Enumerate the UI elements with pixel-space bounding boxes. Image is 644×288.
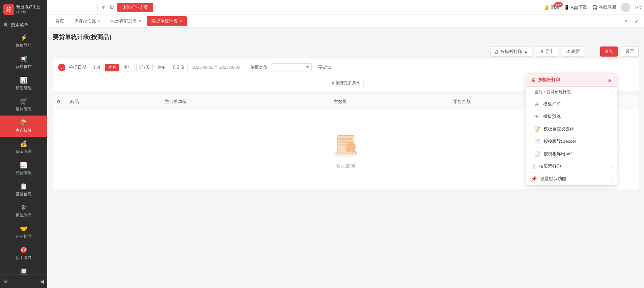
tab-receivable-summary-close[interactable]: × xyxy=(139,19,141,24)
expand-more-label: 展开更多条件 xyxy=(336,80,360,86)
refresh-btn[interactable]: ↺ 刷新 xyxy=(562,46,584,57)
col-quantity: 主数量 xyxy=(330,95,449,108)
tab-inventory-batch-label: 库存批次账 xyxy=(74,18,96,24)
col-unit: 主计量单位 xyxy=(161,95,329,108)
tab-home-label: 首页 xyxy=(55,18,64,24)
trial-button[interactable]: 体验行业方案 xyxy=(117,3,153,12)
sidebar-settings-btn[interactable]: ⚙ xyxy=(3,278,8,285)
export-btn[interactable]: ⬆ 导出 xyxy=(536,46,558,57)
expand-more-btn[interactable]: ∨ 展开更多条件 xyxy=(328,79,364,87)
display-print-icon: 🖨 xyxy=(531,164,536,169)
dropdown-item-export-pdf[interactable]: 📄 按模板导出pdf xyxy=(526,148,617,160)
print-icon: 🖨 xyxy=(495,49,499,54)
tab-order-stats-close[interactable]: × xyxy=(180,19,182,24)
online-service-btn[interactable]: 🎧 在线客服 xyxy=(592,4,616,10)
filter-expand-btn[interactable]: › xyxy=(58,64,65,71)
tab-inventory-batch-close[interactable]: × xyxy=(98,19,100,24)
tab-home[interactable]: 首页 xyxy=(51,16,69,26)
tab-order-stats[interactable]: 要货单统计表 × xyxy=(147,16,187,26)
dropdown-item-template-print[interactable]: 🖨 模板打印 xyxy=(526,98,617,110)
marketing-icon: 📢 xyxy=(20,55,27,63)
print-btn[interactable]: 🖨 按模板打印 ▲ xyxy=(490,46,532,57)
topbar-search-input[interactable] xyxy=(51,3,98,12)
yaohuodian-label: 要货点 xyxy=(318,64,331,70)
notifications-btn[interactable]: 🔔 消息 99+ xyxy=(544,4,559,10)
export-pdf-label: 按模板导出pdf xyxy=(544,151,572,157)
print-dropdown-title: 按模板打印 xyxy=(538,77,560,83)
prev-month-btn[interactable]: 上月 xyxy=(90,64,104,71)
custom-date-btn[interactable]: 自定义 xyxy=(170,64,188,71)
app-download-btn[interactable]: 📱 App下载 xyxy=(564,4,587,10)
sidebar-item-basic[interactable]: 📋 基础信息 xyxy=(0,179,47,200)
topbar-gear-icon[interactable]: ⚙ xyxy=(109,4,114,10)
sidebar-item-operation[interactable]: 📈 经营管理 xyxy=(0,158,47,179)
dropdown-item-template-custom[interactable]: 📝 模板自定义设计 xyxy=(526,123,617,135)
dropdown-header[interactable]: 🖨 按模板打印 ▲ xyxy=(526,73,617,87)
sidebar-item-appstore[interactable]: 🔲 应用中心 xyxy=(0,264,47,275)
sidebar-item-system[interactable]: ⚙ 系统管理 xyxy=(0,200,47,222)
sidebar-item-purchase[interactable]: 🛒 采购管理 xyxy=(0,94,47,116)
svg-rect-3 xyxy=(339,141,349,142)
last-7days-btn[interactable]: 近7天 xyxy=(136,64,153,71)
export-icon: ⬆ xyxy=(540,49,544,54)
app-name: 畅捷通好生意 xyxy=(16,4,40,10)
maximize-btn[interactable]: ⤢ xyxy=(633,17,641,25)
topbar-dropdown-chevron[interactable]: ▼ xyxy=(101,5,106,10)
sidebar-item-finance[interactable]: 💰 资金管理 xyxy=(0,137,47,158)
empty-text: 暂无数据 xyxy=(336,163,355,169)
tab-order-stats-label: 要货单统计表 xyxy=(151,18,178,24)
sidebar-nav: ⚡ 快捷导航 📢 营销推广 📊 销售管理 🛒 采购管理 📦 库存核算 💰 资金管… xyxy=(0,31,47,275)
dropdown-item-export-excel[interactable]: 📄 按模板导出excel xyxy=(526,135,617,148)
sidebar-item-enterprise[interactable]: 🤝 企业协同 xyxy=(0,222,47,243)
template-print-label: 模板打印 xyxy=(543,101,561,107)
sidebar-item-quick-nav[interactable]: ⚡ 快捷导航 xyxy=(0,31,47,52)
svg-point-9 xyxy=(351,146,352,147)
current-year-btn[interactable]: 本年 xyxy=(121,64,135,71)
more-dates-btn[interactable]: 更多 xyxy=(154,64,168,71)
current-month-btn[interactable]: 本月 xyxy=(105,64,119,71)
dropdown-item-template-preview[interactable]: 👁 模板预览 xyxy=(526,110,617,123)
basic-icon: 📋 xyxy=(20,183,27,190)
operation-icon: 📈 xyxy=(20,161,27,169)
display-print-arrow: › xyxy=(611,164,612,169)
sidebar-item-guide[interactable]: 🎯 新手引导 xyxy=(0,243,47,264)
date-filter-label: 单据日期 xyxy=(69,64,86,70)
sidebar-item-sales[interactable]: 📊 销售管理 xyxy=(0,73,47,94)
page-title: 要货单统计表(按商品) xyxy=(53,33,639,41)
sidebar-search[interactable]: 🔍 搜索菜单 xyxy=(0,19,47,31)
svg-rect-2 xyxy=(339,138,352,140)
sidebar-collapse-btn[interactable]: ◀ xyxy=(40,278,44,285)
close-window-btn[interactable]: × xyxy=(622,17,630,25)
guide-icon: 🎯 xyxy=(20,246,27,254)
topbar-right: 🔔 消息 99+ 📱 App下载 🎧 在线客服 Rit xyxy=(544,3,641,12)
sidebar-logo: 好 畅捷通好生意 标准版 xyxy=(0,0,47,19)
sidebar-item-marketing[interactable]: 📢 营销推广 xyxy=(0,52,47,73)
enterprise-icon: 🤝 xyxy=(20,225,27,232)
dropdown-default-func[interactable]: 📌 设置默认功能 › xyxy=(526,173,617,185)
print-dropdown: 🖨 按模板打印 ▲ 当前：要货单统计表 › 🖨 模板打印 👁 模板预览 📝 xyxy=(526,73,617,186)
default-func-icon: 📌 xyxy=(531,176,537,182)
export-btn-label: 导出 xyxy=(545,49,554,55)
sidebar-item-label: 库存核算 xyxy=(16,128,32,133)
sidebar-item-inventory[interactable]: 📦 库存核算 xyxy=(0,116,47,137)
export-excel-label: 按模板导出excel xyxy=(544,138,576,145)
svg-point-8 xyxy=(349,146,350,147)
tab-inventory-batch[interactable]: 库存批次账 × xyxy=(69,16,105,26)
query-btn[interactable]: 查询 xyxy=(600,46,618,57)
avatar[interactable] xyxy=(621,3,631,12)
date-range-display: 2023-06-01 至 2023-06-30 xyxy=(193,65,240,70)
dropdown-display-print[interactable]: 🖨 按显示打印 › xyxy=(526,160,617,173)
more-options-btn[interactable]: ... xyxy=(588,47,597,56)
col-settings[interactable]: ⚙ xyxy=(53,95,66,108)
sidebar-item-label: 企业协同 xyxy=(16,234,32,239)
appstore-icon: 🔲 xyxy=(20,267,27,275)
template-print-icon: 🖨 xyxy=(534,101,540,107)
sidebar-item-label: 基础信息 xyxy=(16,191,32,197)
print-btn-label: 按模板打印 xyxy=(500,49,522,55)
settings-btn[interactable]: 设置 xyxy=(621,46,639,57)
sidebar-item-label: 营销推广 xyxy=(16,64,32,70)
type-select[interactable] xyxy=(271,63,312,71)
dropdown-current-template[interactable]: 当前：要货单统计表 › xyxy=(526,87,617,98)
tab-receivable-summary[interactable]: 收发存汇总表 × xyxy=(106,16,146,26)
tabs-bar: 首页 库存批次账 × 收发存汇总表 × 要货单统计表 × × ⤢ xyxy=(47,15,644,28)
